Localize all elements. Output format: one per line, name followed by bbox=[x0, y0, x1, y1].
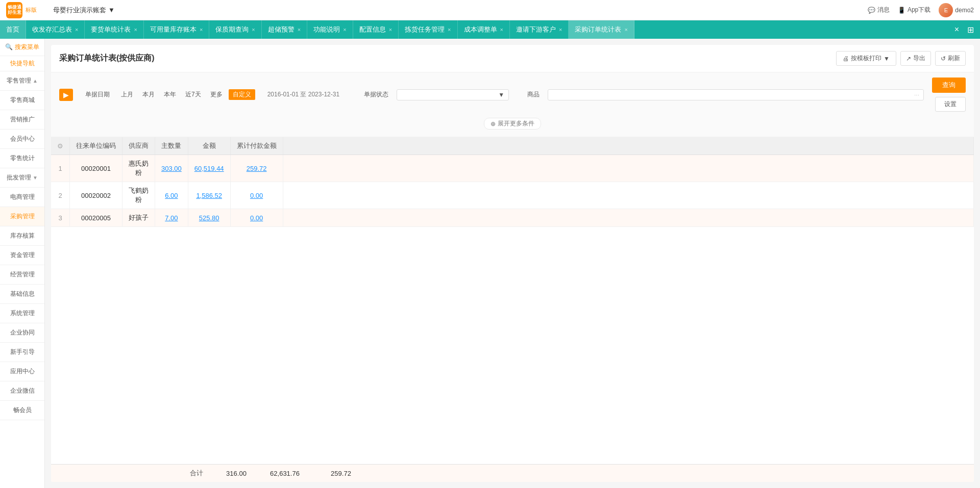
app-download-btn[interactable]: 📱 App下载 bbox=[898, 6, 930, 14]
nav-close-btn[interactable]: × bbox=[952, 24, 961, 35]
message-btn[interactable]: 💬 消息 bbox=[868, 6, 890, 14]
sidebar-item-lingshouguan[interactable]: 零售管理 ▲ bbox=[0, 71, 44, 91]
nav-restore-btn[interactable]: ⊞ bbox=[965, 24, 976, 36]
logo-icon: 畅捷通好生意 bbox=[6, 2, 22, 18]
sidebar-item-caigou-label: 采购管理 bbox=[10, 212, 35, 221]
footer-paid: 259.72 bbox=[310, 470, 372, 477]
date-opt-more[interactable]: 更多 bbox=[207, 89, 226, 100]
sidebar-item-xitong[interactable]: 系统管理 bbox=[0, 304, 44, 323]
refresh-icon: ↺ bbox=[941, 55, 946, 62]
sidebar-item-changhui[interactable]: 畅会员 bbox=[0, 401, 44, 420]
sidebar-item-zijin[interactable]: 资金管理 bbox=[0, 246, 44, 265]
tab-peizhi[interactable]: 配置信息 × bbox=[353, 20, 399, 39]
tab-caigou[interactable]: 采购订单统计表 × bbox=[569, 20, 634, 39]
tab-gongneng-close[interactable]: × bbox=[343, 27, 346, 33]
tab-jianhuo[interactable]: 拣货任务管理 × bbox=[399, 20, 457, 39]
date-opt-thismonth[interactable]: 本月 bbox=[139, 89, 158, 100]
date-opt-7days[interactable]: 近7天 bbox=[182, 89, 204, 100]
tab-baozhiqi-close[interactable]: × bbox=[252, 27, 255, 33]
tab-caigou-close[interactable]: × bbox=[624, 27, 627, 33]
tab-home[interactable]: 首页 bbox=[0, 20, 26, 39]
tab-yaohuo-close[interactable]: × bbox=[134, 27, 137, 33]
footer-amount: 62,631.76 bbox=[259, 470, 310, 477]
sidebar-search[interactable]: 🔍 搜索菜单 bbox=[0, 39, 44, 56]
sidebar-item-qiye[interactable]: 企业协同 bbox=[0, 323, 44, 343]
refresh-button[interactable]: ↺ 刷新 bbox=[935, 51, 966, 66]
tab-chenben[interactable]: 成本调整单 × bbox=[458, 20, 510, 39]
date-opt-lastmonth[interactable]: 上月 bbox=[118, 89, 136, 100]
filter-right-actions: 查询 设置 bbox=[932, 78, 966, 112]
workspace-selector[interactable]: 母婴行业演示账套 ▼ bbox=[53, 6, 862, 15]
sidebar-item-lingshoutj[interactable]: 零售统计 bbox=[0, 149, 44, 168]
tab-yaoqing[interactable]: 邀请下游客户 × bbox=[510, 20, 569, 39]
tab-jianhuo-close[interactable]: × bbox=[448, 27, 451, 33]
tab-baozhiqi[interactable]: 保质期查询 × bbox=[209, 20, 261, 39]
status-select[interactable]: ▼ bbox=[397, 89, 509, 100]
sidebar-item-jingying[interactable]: 经营管理 bbox=[0, 265, 44, 285]
table-footer: 合计 316.00 62,631.76 259.72 bbox=[51, 464, 974, 482]
filter-toggle-btn[interactable]: ▶ bbox=[59, 89, 73, 101]
sidebar-quick-nav[interactable]: 快捷导航 bbox=[0, 56, 44, 71]
table-row: 1 00020001 惠氏奶粉 303.00 60,519.44 259.72 bbox=[51, 155, 974, 182]
sidebar-item-pifaguan[interactable]: 批发管理 ▼ bbox=[0, 168, 44, 188]
expand-button[interactable]: ⊕ 展开更多条件 bbox=[484, 118, 541, 130]
sidebar-item-qiyewx[interactable]: 企业微信 bbox=[0, 381, 44, 401]
table-row: 3 00020005 好孩子 7.00 525.80 0.00 bbox=[51, 209, 974, 227]
row-paid[interactable]: 0.00 bbox=[230, 182, 283, 209]
tab-yaoqing-close[interactable]: × bbox=[559, 27, 562, 33]
col-code: 往来单位编码 bbox=[70, 137, 122, 155]
sidebar-item-jichu[interactable]: 基础信息 bbox=[0, 285, 44, 304]
goods-filter-label: 商品 bbox=[527, 90, 540, 99]
row-code: 00020002 bbox=[70, 182, 122, 209]
row-supplier: 惠氏奶粉 bbox=[122, 155, 155, 182]
col-settings[interactable]: ⚙ bbox=[51, 137, 70, 155]
row-qty[interactable]: 7.00 bbox=[155, 209, 188, 227]
row-amount[interactable]: 525.80 bbox=[188, 209, 230, 227]
tab-shoufa-close[interactable]: × bbox=[75, 27, 78, 33]
sidebar-item-huiyuan[interactable]: 会员中心 bbox=[0, 130, 44, 149]
row-num: 1 bbox=[51, 155, 70, 182]
sidebar-item-xinshou[interactable]: 新手引导 bbox=[0, 343, 44, 362]
sidebar-item-caigou[interactable]: 采购管理 bbox=[0, 207, 44, 226]
tab-shoufa[interactable]: 收发存汇总表 × bbox=[26, 20, 85, 39]
sidebar-item-yingyong[interactable]: 应用中心 bbox=[0, 362, 44, 381]
user-profile[interactable]: E demo2 bbox=[939, 3, 974, 17]
sidebar-item-qiyewx-label: 企业微信 bbox=[10, 387, 35, 395]
tab-chenben-close[interactable]: × bbox=[500, 27, 503, 33]
print-dropdown-arrow: ▼ bbox=[884, 55, 890, 62]
sidebar-item-zijin-label: 资金管理 bbox=[10, 251, 35, 260]
row-qty[interactable]: 6.00 bbox=[155, 182, 188, 209]
sidebar-item-yingxiao[interactable]: 营销推广 bbox=[0, 110, 44, 130]
tab-keyongliang[interactable]: 可用量库存账本 × bbox=[144, 20, 209, 39]
content-area: 采购订单统计表(按供应商) 🖨 按模板打印 ▼ ↗ 导出 ↺ 刷新 bbox=[45, 39, 980, 488]
tab-yaohuo[interactable]: 要货单统计表 × bbox=[85, 20, 143, 39]
tab-gongneng[interactable]: 功能说明 × bbox=[307, 20, 353, 39]
sidebar-item-lingshoucheng[interactable]: 零售商城 bbox=[0, 91, 44, 110]
print-button[interactable]: 🖨 按模板打印 ▼ bbox=[836, 51, 896, 66]
date-custom-badge[interactable]: 自定义 bbox=[229, 89, 255, 100]
tab-peizhi-close[interactable]: × bbox=[389, 27, 392, 33]
row-amount[interactable]: 60,519.44 bbox=[188, 155, 230, 182]
tab-chaochuyujing[interactable]: 超储预警 × bbox=[262, 20, 307, 39]
row-paid[interactable]: 0.00 bbox=[230, 209, 283, 227]
tab-yaoqing-label: 邀请下游客户 bbox=[516, 25, 556, 34]
settings-button[interactable]: 设置 bbox=[935, 97, 966, 112]
sidebar-item-lingshouguan-label: 零售管理 bbox=[7, 76, 31, 85]
row-amount[interactable]: 1,586.52 bbox=[188, 182, 230, 209]
top-bar: 畅捷通好生意 标版 母婴行业演示账套 ▼ 💬 消息 📱 App下载 E demo… bbox=[0, 0, 980, 20]
tab-chaochuyujing-close[interactable]: × bbox=[298, 27, 301, 33]
export-button[interactable]: ↗ 导出 bbox=[900, 51, 931, 66]
tab-keyongliang-close[interactable]: × bbox=[200, 27, 203, 33]
row-qty[interactable]: 303.00 bbox=[155, 155, 188, 182]
date-opt-thisyear[interactable]: 本年 bbox=[161, 89, 179, 100]
sidebar-item-dianshang-label: 电商管理 bbox=[10, 193, 35, 201]
chevron-down-icon: ▲ bbox=[33, 78, 38, 84]
goods-input[interactable]: ··· bbox=[548, 89, 924, 100]
query-button[interactable]: 查询 bbox=[932, 78, 966, 93]
col-settings-icon[interactable]: ⚙ bbox=[57, 142, 63, 150]
row-paid[interactable]: 259.72 bbox=[230, 155, 283, 182]
sidebar-item-yingxiao-label: 营销推广 bbox=[10, 115, 35, 124]
sidebar-item-dianshang[interactable]: 电商管理 bbox=[0, 188, 44, 207]
export-icon: ↗ bbox=[906, 55, 911, 62]
sidebar-item-kucun[interactable]: 库存核算 bbox=[0, 226, 44, 246]
